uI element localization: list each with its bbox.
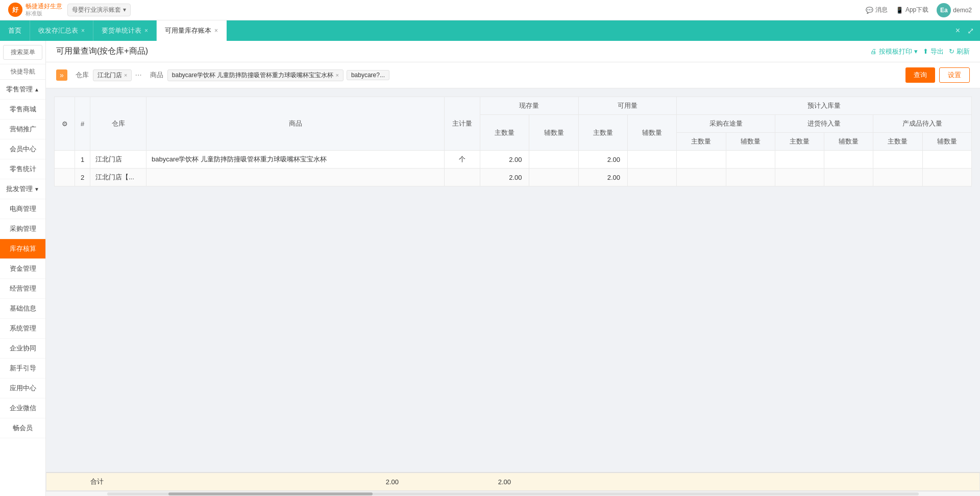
- sidebar-item-wechat-biz[interactable]: 企业微信: [0, 398, 45, 418]
- chevron-up-icon: ▲: [34, 87, 39, 92]
- row-unit: 个: [445, 151, 480, 169]
- th-incoming-main: 主数量: [775, 133, 824, 151]
- search-menu-button[interactable]: 搜索菜单: [3, 45, 42, 60]
- top-bar: 好 畅捷通好生意 标准版 母婴行业演示账套 ▾ 💬 消息 📱 App下载 Ea …: [0, 0, 980, 20]
- page-header: 可用量查询(按仓库+商品) 🖨 按模板打印 ▾ ⬆ 导出 ↻ 刷新: [46, 41, 980, 62]
- tab-close-all-button[interactable]: ×: [953, 24, 962, 37]
- sidebar-item-operations[interactable]: 经营管理: [0, 279, 45, 299]
- user-profile[interactable]: Ea demo2: [937, 3, 972, 17]
- th-current-aux: 辅数量: [529, 115, 578, 151]
- sidebar-item-purchase[interactable]: 采购管理: [0, 219, 45, 239]
- row-incoming-main: [775, 169, 824, 186]
- tab-requisition[interactable]: 要货单统计表 ×: [93, 20, 157, 41]
- row-finished-main: [873, 169, 922, 186]
- row-current-main: 2.00: [480, 151, 529, 169]
- row-incoming-aux: [824, 169, 873, 186]
- th-purchase-main: 主数量: [677, 133, 726, 151]
- query-button[interactable]: 查询: [905, 67, 935, 83]
- sidebar-item-system[interactable]: 系统管理: [0, 319, 45, 339]
- message-button[interactable]: 💬 消息: [866, 6, 888, 14]
- industry-selector[interactable]: 母婴行业演示账套 ▾: [67, 4, 131, 16]
- row-current-aux: [529, 169, 578, 186]
- export-icon: ⬆: [923, 48, 928, 55]
- row-warehouse: 江北门店: [90, 151, 146, 169]
- quick-nav-button[interactable]: 快捷导航: [0, 64, 45, 80]
- sidebar-item-inventory[interactable]: 库存核算: [0, 239, 45, 259]
- logo-area: 好 畅捷通好生意 标准版: [8, 3, 62, 17]
- th-product: 商品: [146, 97, 445, 151]
- th-warehouse: 仓库: [90, 97, 146, 151]
- tab-bar: 首页 收发存汇总表 × 要货单统计表 × 可用量库存账本 × × ⤢: [0, 20, 980, 41]
- row-settings: [55, 151, 75, 169]
- th-unit: 主计量: [445, 97, 480, 151]
- tab-close-icon[interactable]: ×: [144, 27, 148, 34]
- product-tag-1[interactable]: babycare学饮杯 儿童防摔防撞吸管杯重力球吸嘴杯宝宝水杯 ×: [167, 69, 344, 81]
- row-purchase-aux: [726, 169, 775, 186]
- row-current-main: 2.00: [480, 169, 529, 186]
- page-actions: 🖨 按模板打印 ▾ ⬆ 导出 ↻ 刷新: [870, 47, 970, 56]
- export-button[interactable]: ⬆ 导出: [923, 47, 944, 56]
- top-bar-left: 好 畅捷通好生意 标准版 母婴行业演示账套 ▾: [8, 3, 131, 17]
- th-finished-pending: 产成品待入量: [873, 115, 972, 133]
- tab-close-icon[interactable]: ×: [81, 27, 85, 34]
- row-product: babycare学饮杯 儿童防摔防撞吸管杯重力球吸嘴杯宝宝水杯: [146, 151, 445, 169]
- sidebar-item-member2[interactable]: 畅会员: [0, 418, 45, 438]
- product-filter-group: 商品 babycare学饮杯 儿童防摔防撞吸管杯重力球吸嘴杯宝宝水杯 × bab…: [150, 69, 389, 81]
- scrollbar-thumb[interactable]: [168, 492, 373, 495]
- footer-label: 合计: [52, 477, 348, 486]
- table-row: 1 江北门店 babycare学饮杯 儿童防摔防撞吸管杯重力球吸嘴杯宝宝水杯 个…: [55, 151, 972, 169]
- filter-expand-button[interactable]: »: [56, 69, 67, 81]
- sidebar-item-app-center[interactable]: 应用中心: [0, 379, 45, 398]
- warehouse-filter-group: 仓库 江北门店 × ···: [76, 69, 142, 81]
- footer-avail-main: 2.00: [460, 478, 521, 486]
- main-layout: 搜索菜单 快捷导航 零售管理 ▲ 零售商城 营销推广 会员中心 零售统计 批发管…: [0, 41, 980, 496]
- tab-expand-button[interactable]: ⤢: [965, 24, 976, 38]
- filter-action-buttons: 查询 设置: [905, 67, 970, 83]
- filter-bar: » 仓库 江北门店 × ··· 商品 babycare学饮杯 儿童防摔防撞吸管杯…: [46, 62, 980, 88]
- row-purchase-main: [677, 169, 726, 186]
- table-row: 2 江北门店【... 2.00 2.00: [55, 169, 972, 186]
- tag-close-icon[interactable]: ×: [124, 72, 127, 78]
- warehouse-tag[interactable]: 江北门店 ×: [93, 69, 132, 81]
- th-avail-aux: 辅数量: [628, 115, 677, 151]
- sidebar-item-enterprise[interactable]: 企业协同: [0, 339, 45, 359]
- sidebar-item-wholesale-mgmt[interactable]: 批发管理 ▼: [0, 179, 45, 199]
- sidebar-item-member[interactable]: 会员中心: [0, 139, 45, 159]
- sidebar-item-retail-mall[interactable]: 零售商城: [0, 100, 45, 120]
- sidebar-item-basic-info[interactable]: 基础信息: [0, 299, 45, 319]
- horizontal-scrollbar[interactable]: [46, 491, 980, 496]
- row-purchase-main: [677, 151, 726, 169]
- tab-home[interactable]: 首页: [0, 20, 30, 41]
- row-incoming-main: [775, 151, 824, 169]
- tag-close-icon[interactable]: ×: [335, 72, 338, 78]
- sidebar-item-newbie[interactable]: 新手引导: [0, 359, 45, 379]
- scrollbar-track: [107, 492, 919, 495]
- th-incoming-pending: 进货待入量: [775, 115, 873, 133]
- tab-close-icon[interactable]: ×: [214, 27, 218, 34]
- sidebar-item-ecommerce[interactable]: 电商管理: [0, 199, 45, 219]
- chevron-down-icon: ▾: [123, 6, 126, 13]
- th-available: 可用量: [578, 97, 677, 115]
- print-icon: 🖨: [870, 48, 877, 55]
- settings-button[interactable]: 设置: [939, 67, 970, 83]
- print-button[interactable]: 🖨 按模板打印 ▾: [870, 47, 918, 56]
- sidebar-search-area: 搜索菜单: [0, 41, 45, 64]
- refresh-button[interactable]: ↻ 刷新: [949, 47, 970, 56]
- app-download-button[interactable]: 📱 App下载: [896, 6, 928, 14]
- filter-more-icon[interactable]: ···: [135, 70, 141, 80]
- th-finished-main: 主数量: [873, 133, 922, 151]
- footer-current-main: 2.00: [348, 478, 409, 486]
- th-purchase-in-transit: 采购在途量: [677, 115, 775, 133]
- tab-receive-send[interactable]: 收发存汇总表 ×: [30, 20, 93, 41]
- tab-bar-end: × ⤢: [953, 20, 980, 41]
- product-tag-2[interactable]: babycare?...: [347, 70, 389, 80]
- row-incoming-aux: [824, 151, 873, 169]
- tab-available-inventory[interactable]: 可用量库存账本 ×: [157, 20, 227, 41]
- row-unit: [445, 169, 480, 186]
- sidebar-item-retail-stats[interactable]: 零售统计: [0, 159, 45, 179]
- sidebar-item-marketing[interactable]: 营销推广: [0, 120, 45, 139]
- logo-icon: 好: [8, 3, 22, 17]
- sidebar-item-finance[interactable]: 资金管理: [0, 259, 45, 279]
- sidebar-item-retail-mgmt[interactable]: 零售管理 ▲: [0, 80, 45, 100]
- th-current-main: 主数量: [480, 115, 529, 151]
